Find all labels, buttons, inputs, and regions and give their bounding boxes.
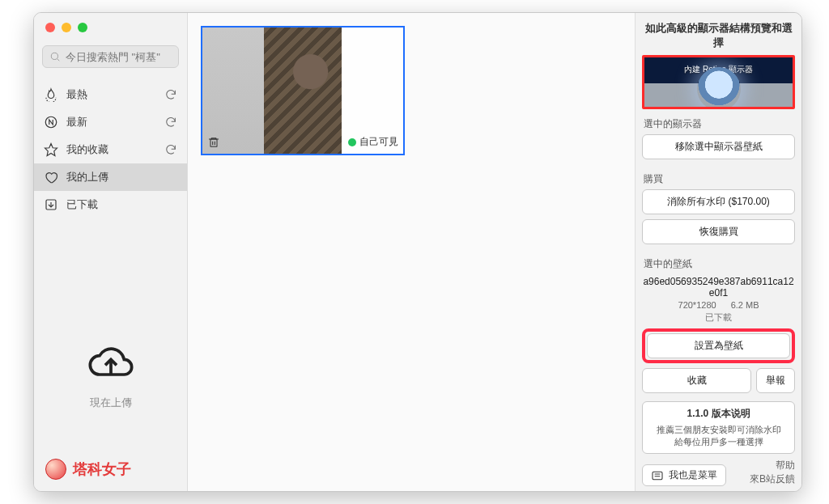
download-icon: [44, 197, 58, 212]
sidebar: 最熱 最新 我的收藏 我的上傳 已下載: [34, 13, 188, 491]
extra-menu-label: 我也是菜單: [669, 468, 717, 482]
favorite-button[interactable]: 收藏: [642, 368, 751, 393]
visibility-badge: 自己可見: [348, 135, 398, 149]
version-desc-line1: 推薦三個朋友安裝即可消除水印: [648, 424, 789, 436]
version-title: 1.1.0 版本说明: [648, 407, 789, 421]
heart-icon: [44, 170, 58, 184]
refresh-icon[interactable]: [164, 143, 177, 156]
brand-label: 塔科女子: [73, 460, 131, 479]
wallpaper-filesize: 6.2 MB: [731, 300, 759, 310]
right-panel: 如此高級的顯示器結構預覽和選擇 內建 Retina 顯示器 選中的顯示器 移除選…: [635, 13, 801, 491]
sidebar-item-downloaded[interactable]: 已下載: [34, 191, 187, 218]
flame-icon: [44, 87, 58, 102]
wallpaper-thumbnail[interactable]: 自己可見: [201, 26, 405, 155]
visibility-label: 自己可見: [359, 135, 398, 149]
remove-watermark-button[interactable]: 消除所有水印 ($170.00): [642, 189, 795, 214]
set-wallpaper-highlight: 設置為壁紙: [642, 328, 795, 363]
sidebar-item-label: 最新: [66, 115, 177, 129]
section-selected-display: 選中的顯示器: [644, 117, 795, 131]
footer-links: 帮助 來B站反饋: [750, 459, 795, 486]
report-button[interactable]: 舉報: [756, 368, 795, 393]
sidebar-item-uploads[interactable]: 我的上傳: [34, 163, 187, 191]
version-desc-line2: 給每位用戶多一種選擇: [648, 436, 789, 448]
section-purchase: 購買: [644, 172, 795, 186]
version-notes-box: 1.1.0 版本说明 推薦三個朋友安裝即可消除水印 給每位用戶多一種選擇: [642, 401, 795, 455]
panel-footer: 我也是菜單 帮助 來B站反饋: [642, 459, 795, 486]
refresh-icon[interactable]: [164, 88, 177, 101]
sidebar-item-label: 最熱: [66, 87, 177, 102]
wallpaper-download-status: 已下載: [642, 311, 795, 324]
restore-purchase-button[interactable]: 恢復購買: [642, 219, 795, 244]
minimize-window-button[interactable]: [62, 23, 71, 32]
search-input[interactable]: [66, 51, 172, 63]
remove-display-wallpaper-button[interactable]: 移除選中顯示器壁紙: [642, 134, 795, 159]
n-icon: [44, 115, 58, 129]
sidebar-item-favorites[interactable]: 我的收藏: [34, 136, 187, 163]
sidebar-item-label: 我的上傳: [66, 170, 177, 184]
sidebar-item-newest[interactable]: 最新: [34, 108, 187, 136]
sidebar-item-hot[interactable]: 最熱: [34, 81, 187, 108]
main-content: 自己可見: [188, 13, 635, 491]
upload-now-label: 現在上傳: [34, 396, 187, 410]
display-preview-label: 內建 Retina 顯示器: [644, 64, 793, 75]
trash-icon: [207, 136, 220, 149]
panel-title: 如此高級的顯示器結構預覽和選擇: [642, 21, 795, 50]
extra-menu-chip[interactable]: 我也是菜單: [642, 464, 726, 486]
star-icon: [44, 142, 58, 157]
help-link[interactable]: 帮助: [750, 459, 795, 472]
sidebar-nav: 最熱 最新 我的收藏 我的上傳 已下載: [34, 81, 187, 218]
section-selected-wallpaper: 選中的壁紙: [644, 257, 795, 271]
set-as-wallpaper-button[interactable]: 設置為壁紙: [647, 333, 790, 358]
search-icon: [49, 51, 61, 62]
menu-icon: [651, 469, 664, 482]
astronaut-icon: [712, 73, 726, 99]
wallpaper-id: a96ed056935249e387ab6911ca12e0f1: [642, 276, 795, 299]
cloud-upload-icon: [81, 339, 141, 388]
display-preview[interactable]: 內建 Retina 顯示器: [642, 55, 795, 109]
thumb-image: [264, 28, 342, 154]
wallpaper-meta: 720*1280 6.2 MB: [642, 300, 795, 310]
sidebar-item-label: 我的收藏: [66, 142, 177, 157]
close-window-button[interactable]: [45, 23, 55, 32]
window-controls: [45, 23, 87, 32]
brand-avatar-icon: [45, 459, 66, 480]
wallpaper-dimensions: 720*1280: [678, 300, 716, 310]
maximize-window-button[interactable]: [78, 23, 87, 32]
brand-watermark: 塔科女子: [45, 459, 131, 480]
feedback-link[interactable]: 來B站反饋: [750, 472, 795, 486]
app-window: 最熱 最新 我的收藏 我的上傳 已下載: [33, 12, 802, 492]
thumb-pad-left: [202, 28, 264, 154]
sidebar-item-label: 已下載: [66, 197, 177, 212]
search-input-wrap[interactable]: [42, 45, 179, 68]
refresh-icon[interactable]: [164, 116, 177, 129]
status-dot-icon: [348, 138, 356, 146]
delete-button[interactable]: [207, 136, 220, 149]
